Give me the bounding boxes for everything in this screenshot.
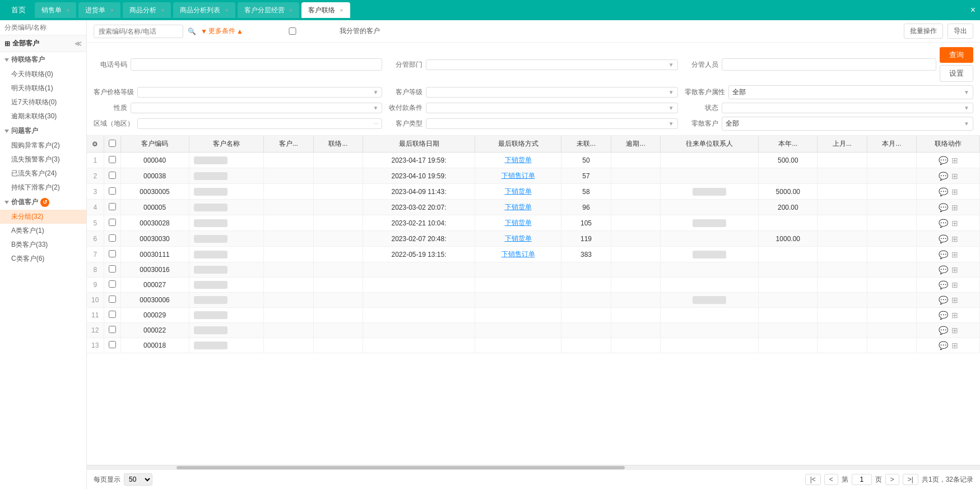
sidebar-item-declining[interactable]: 持续下滑客户(2) <box>0 181 86 195</box>
grid-action-icon[interactable]: ⊞ <box>951 187 958 196</box>
message-icon[interactable]: 💬 <box>939 326 948 335</box>
nature-select[interactable]: ▼ <box>131 103 382 113</box>
prev-page-btn[interactable]: < <box>824 474 838 485</box>
my-customers-checkbox[interactable] <box>248 27 337 35</box>
grid-action-icon[interactable]: ⊞ <box>951 250 958 259</box>
sidebar-item-churn-warning[interactable]: 流失预警客户(3) <box>0 153 86 167</box>
select-all-checkbox[interactable] <box>109 140 116 147</box>
row-check[interactable] <box>104 323 120 338</box>
sidebar-item-overdue-contact[interactable]: 逾期未联络(30) <box>0 109 86 123</box>
row-check[interactable] <box>104 153 120 168</box>
scroll-indicator[interactable] <box>87 465 980 469</box>
sidebar-item-abnormal-stock[interactable]: 囤购异常客户(2) <box>0 139 86 153</box>
query-btn[interactable]: 查询 <box>940 47 973 63</box>
grid-action-icon[interactable]: ⊞ <box>951 326 958 335</box>
group-pending-contact[interactable]: 待联络客户 <box>0 52 86 67</box>
status-select[interactable]: ▼ <box>722 103 973 113</box>
nav-tab-analysis[interactable]: 商品分析 × <box>123 2 171 18</box>
row-last-method[interactable]: 下销货单 <box>475 200 561 215</box>
sidebar-search-input[interactable] <box>4 24 87 31</box>
row-check[interactable] <box>104 247 120 262</box>
message-icon[interactable]: 💬 <box>939 172 948 181</box>
row-check[interactable] <box>104 262 120 278</box>
payment-select[interactable]: ▼ <box>426 103 677 113</box>
customer-type-select[interactable]: ▼ <box>426 118 677 129</box>
dept-select[interactable]: ▼ <box>426 59 677 70</box>
message-icon[interactable]: 💬 <box>939 341 948 350</box>
nav-tab-customer-contact[interactable]: 客户联络 × <box>301 2 350 18</box>
nav-tab-sales[interactable]: 销售单 × <box>35 2 76 18</box>
reset-btn[interactable]: 设置 <box>940 65 973 82</box>
next-page-btn[interactable]: > <box>885 474 899 485</box>
batch-ops-btn[interactable]: 批量操作 <box>904 24 943 39</box>
sidebar-item-class-b[interactable]: B类客户(33) <box>0 238 86 252</box>
message-icon[interactable]: 💬 <box>939 265 948 274</box>
row-check[interactable] <box>104 184 120 200</box>
message-icon[interactable]: 💬 <box>939 219 948 228</box>
sidebar-item-class-c[interactable]: C类客户(6) <box>0 252 86 266</box>
person-input[interactable] <box>722 58 936 71</box>
more-conditions-btn[interactable]: ▼ 更多条件 ▲ <box>201 26 243 36</box>
price-level-select[interactable]: ▼ <box>137 87 382 98</box>
close-purchase-tab[interactable]: × <box>110 7 113 13</box>
row-last-method[interactable]: 下销售订单 <box>475 247 561 262</box>
sidebar-item-7day-contact[interactable]: 近7天待联络(0) <box>0 95 86 109</box>
close-customer-tier-tab[interactable]: × <box>289 7 292 13</box>
search-icon[interactable]: 🔍 <box>188 27 196 35</box>
grid-action-icon[interactable]: ⊞ <box>951 219 958 228</box>
nav-tab-analysis-list[interactable]: 商品分析列表 × <box>173 2 235 18</box>
phone-input[interactable] <box>131 58 382 71</box>
message-icon[interactable]: 💬 <box>939 203 948 212</box>
message-icon[interactable]: 💬 <box>939 311 948 320</box>
nav-tab-purchase[interactable]: 进货单 × <box>78 2 120 18</box>
close-analysis-list-tab[interactable]: × <box>225 7 228 13</box>
grid-action-icon[interactable]: ⊞ <box>951 296 958 305</box>
sidebar-item-today-contact[interactable]: 今天待联络(0) <box>0 67 86 81</box>
region-select[interactable]: ··· <box>137 118 382 129</box>
retail-select[interactable]: 全部▼ <box>722 117 973 131</box>
row-check[interactable] <box>104 293 120 308</box>
close-customer-contact-tab[interactable]: × <box>340 7 343 13</box>
message-icon[interactable]: 💬 <box>939 156 948 165</box>
message-icon[interactable]: 💬 <box>939 234 948 243</box>
row-check[interactable] <box>104 215 120 231</box>
message-icon[interactable]: 💬 <box>939 250 948 259</box>
grid-action-icon[interactable]: ⊞ <box>951 156 958 165</box>
message-icon[interactable]: 💬 <box>939 280 948 289</box>
close-sales-tab[interactable]: × <box>66 7 69 13</box>
grid-action-icon[interactable]: ⊞ <box>951 280 958 289</box>
last-page-btn[interactable]: >| <box>903 474 918 485</box>
per-page-select[interactable]: 50 100 <box>124 473 152 486</box>
group-problem-customer[interactable]: 问题客户 <box>0 123 86 139</box>
grid-action-icon[interactable]: ⊞ <box>951 265 958 274</box>
close-analysis-tab[interactable]: × <box>161 7 164 13</box>
first-page-btn[interactable]: |< <box>805 474 821 485</box>
row-last-method[interactable]: 下销货单 <box>475 231 561 247</box>
row-last-method[interactable]: 下销货单 <box>475 184 561 200</box>
search-input[interactable] <box>94 25 183 38</box>
row-last-method[interactable]: 下销货单 <box>475 215 561 231</box>
customer-level-select[interactable]: ▼ <box>426 87 677 98</box>
retail-attr-select[interactable]: 全部▼ <box>728 85 973 99</box>
grid-action-icon[interactable]: ⊞ <box>951 203 958 212</box>
group-value-customer[interactable]: 价值客户 ↺ <box>0 195 86 210</box>
nav-tab-customer-tier[interactable]: 客户分层经营 × <box>238 2 299 18</box>
page-input[interactable] <box>852 474 872 485</box>
grid-action-icon[interactable]: ⊞ <box>951 172 958 181</box>
row-last-method[interactable]: 下销售订单 <box>475 168 561 184</box>
grid-action-icon[interactable]: ⊞ <box>951 311 958 320</box>
message-icon[interactable]: 💬 <box>939 296 948 305</box>
close-window-icon[interactable]: × <box>970 5 976 15</box>
message-icon[interactable]: 💬 <box>939 187 948 196</box>
nav-home[interactable]: 首页 <box>4 5 32 15</box>
col-check-header[interactable] <box>104 136 120 153</box>
grid-action-icon[interactable]: ⊞ <box>951 234 958 243</box>
export-btn[interactable]: 导出 <box>948 24 973 39</box>
sidebar-item-class-a[interactable]: A类客户(1) <box>0 224 86 238</box>
row-last-method[interactable]: 下销货单 <box>475 153 561 168</box>
grid-action-icon[interactable]: ⊞ <box>951 341 958 350</box>
all-customers-header[interactable]: ⊞ 全部客户 ≪ <box>0 35 86 52</box>
col-settings-header[interactable]: ⚙ <box>87 136 104 153</box>
row-check[interactable] <box>104 278 120 293</box>
row-check[interactable] <box>104 338 120 353</box>
